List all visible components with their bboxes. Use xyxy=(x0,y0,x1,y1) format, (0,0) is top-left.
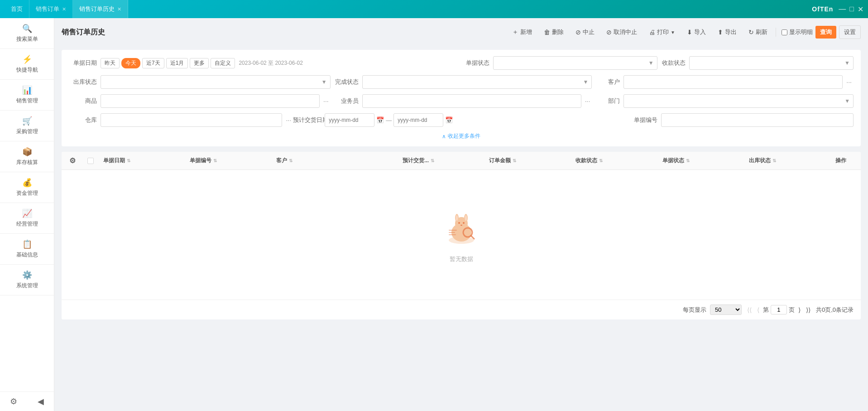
last7days-btn[interactable]: 近7天 xyxy=(142,58,164,68)
delivery-date-control: 📅 — 📅 xyxy=(325,113,629,127)
sidebar-item-operations[interactable]: 📈 经营管理 xyxy=(0,203,54,234)
display-cols-toggle[interactable]: 显示明细 xyxy=(782,28,813,36)
new-label: 新增 xyxy=(520,28,532,36)
department-select[interactable] xyxy=(623,94,854,108)
page-size-select[interactable]: 10 20 50 100 xyxy=(710,305,742,315)
filter-item-product: 商品 ··· xyxy=(69,94,331,108)
th-date[interactable]: 单据日期 ⇅ xyxy=(100,157,186,164)
warehouse-input[interactable] xyxy=(101,113,282,127)
today-btn[interactable]: 今天 xyxy=(121,58,140,68)
refresh-button[interactable]: ↻ 刷新 xyxy=(744,26,772,39)
delete-button[interactable]: 🗑 删除 xyxy=(539,26,568,39)
window-controls: — □ ✕ xyxy=(839,5,863,14)
warehouse-ellipsis-btn[interactable]: ··· xyxy=(284,115,293,126)
cancel-stop-button[interactable]: ⊘ 取消中止 xyxy=(602,26,642,39)
filter-row-2: 出库状态 ▼ 完成状态 ▼ xyxy=(69,75,854,89)
th-doc-status[interactable]: 单据状态 ⇅ xyxy=(659,157,745,164)
first-page-btn[interactable]: ⟨⟨ xyxy=(745,305,753,314)
th-customer[interactable]: 客户 ⇅ xyxy=(273,157,399,164)
th-number[interactable]: 单据编号 ⇅ xyxy=(186,157,273,164)
filter-item-doc-status: 单据状态 ▼ xyxy=(461,56,657,70)
top-bar: 首页 销售订单 ✕ 销售订单历史 ✕ OfTEn — □ ✕ xyxy=(0,0,868,18)
export-button[interactable]: ⬆ 导出 xyxy=(713,26,741,39)
th-settings[interactable]: ⚙ xyxy=(63,156,82,165)
filter-item-department: 部门 ▼ xyxy=(592,94,854,108)
delivery-date-end[interactable] xyxy=(393,113,443,127)
cancel-stop-icon: ⊘ xyxy=(606,29,612,36)
yesterday-btn[interactable]: 昨天 xyxy=(101,58,120,68)
minimize-icon[interactable]: — xyxy=(839,5,846,13)
toolbar-divider xyxy=(776,28,776,37)
product-control: ··· xyxy=(101,94,331,108)
doc-status-control: ▼ xyxy=(493,56,657,70)
out-status-control: ▼ xyxy=(101,75,331,89)
sidebar-item-basic-info[interactable]: 📋 基础信息 xyxy=(0,234,54,265)
svg-point-5 xyxy=(456,215,458,221)
delivery-date-end-cal-icon[interactable]: 📅 xyxy=(445,116,453,124)
sidebar-item-operations-label: 经营管理 xyxy=(16,220,38,228)
page-number-input[interactable] xyxy=(771,305,787,314)
display-cols-checkbox[interactable] xyxy=(782,29,787,35)
payment-status-select[interactable] xyxy=(689,56,854,70)
salesperson-ellipsis-btn[interactable]: ··· xyxy=(583,96,592,106)
delivery-date-start[interactable] xyxy=(325,113,374,127)
delivery-date-start-cal-icon[interactable]: 📅 xyxy=(376,116,384,124)
tab-sales-order-history-close[interactable]: ✕ xyxy=(117,6,121,12)
last-page-btn[interactable]: ⟩⟩ xyxy=(804,305,812,314)
department-control: ▼ xyxy=(623,94,854,108)
maximize-icon[interactable]: □ xyxy=(849,5,854,13)
tab-sales-order-close[interactable]: ✕ xyxy=(62,6,66,12)
custom-btn[interactable]: 自定义 xyxy=(211,58,235,68)
new-button[interactable]: ＋ 新增 xyxy=(508,26,537,39)
th-delivery[interactable]: 预计交货... ⇅ xyxy=(399,157,485,164)
table-settings-gear-icon[interactable]: ⚙ xyxy=(69,156,76,165)
out-status-select[interactable] xyxy=(101,75,331,89)
filter-row-3: 商品 ··· 业务员 ··· 部门 xyxy=(69,94,854,108)
more-btn[interactable]: 更多 xyxy=(190,58,209,68)
th-payment-status[interactable]: 收款状态 ⇅ xyxy=(572,157,658,164)
query-button[interactable]: 查询 xyxy=(815,26,836,39)
next-page-btn[interactable]: ⟩ xyxy=(796,305,802,314)
salesperson-input[interactable] xyxy=(362,94,581,108)
sidebar-item-sales-mgmt[interactable]: 📊 销售管理 xyxy=(0,80,54,111)
collapse-sidebar-icon[interactable]: ◀ xyxy=(38,396,44,406)
main-layout: 🔍 搜索菜单 ⚡ 快捷导航 📊 销售管理 🛒 采购管理 📦 库存核算 💰 资金管… xyxy=(0,18,868,411)
sidebar-item-sys-mgmt[interactable]: ⚙️ 系统管理 xyxy=(0,265,54,295)
tab-sales-order[interactable]: 销售订单 ✕ xyxy=(29,0,73,18)
th-out-status[interactable]: 出库状态 ⇅ xyxy=(745,157,832,164)
tab-home[interactable]: 首页 xyxy=(5,0,29,18)
stop-button[interactable]: ⊘ 中止 xyxy=(571,26,599,39)
tab-sales-order-history[interactable]: 销售订单历史 ✕ xyxy=(73,0,128,18)
customer-input[interactable] xyxy=(623,75,843,89)
close-icon[interactable]: ✕ xyxy=(858,5,863,14)
complete-status-select[interactable] xyxy=(362,75,592,89)
th-amount[interactable]: 订单金额 ⇅ xyxy=(485,157,572,164)
sidebar-item-finance-label: 资金管理 xyxy=(16,189,38,197)
sidebar-item-quick-nav[interactable]: ⚡ 快捷导航 xyxy=(0,49,54,80)
print-button[interactable]: 🖨 打印 ▼ xyxy=(644,26,680,39)
sidebar-item-finance[interactable]: 💰 资金管理 xyxy=(0,172,54,203)
prev-page-btn[interactable]: ⟨ xyxy=(755,305,761,314)
select-all-checkbox[interactable] xyxy=(87,158,94,164)
import-label: 导入 xyxy=(694,28,706,36)
complete-status-dropdown-icon: ▼ xyxy=(583,79,588,85)
print-label: 打印 xyxy=(657,28,669,36)
doc-number-input[interactable] xyxy=(661,113,854,127)
sidebar-item-purchase-mgmt[interactable]: 🛒 采购管理 xyxy=(0,111,54,141)
last1month-btn[interactable]: 近1月 xyxy=(166,58,188,68)
import-button[interactable]: ⬇ 导入 xyxy=(682,26,710,39)
settings-button[interactable]: 设置 xyxy=(839,25,861,39)
sidebar-item-search-menu[interactable]: 🔍 搜索菜单 xyxy=(0,18,54,49)
product-ellipsis-btn[interactable]: ··· xyxy=(321,96,331,106)
collapse-filter-btn[interactable]: ∧ 收起更多条件 xyxy=(69,132,854,140)
doc-status-select[interactable] xyxy=(493,56,657,70)
th-doc-status-sort-icon: ⇅ xyxy=(686,158,690,163)
stop-icon: ⊘ xyxy=(575,29,581,36)
customer-ellipsis-btn[interactable]: ··· xyxy=(844,77,854,87)
product-input[interactable] xyxy=(101,94,320,108)
query-label: 查询 xyxy=(820,28,832,36)
settings-bottom-icon[interactable]: ⚙ xyxy=(10,396,17,406)
th-checkbox[interactable] xyxy=(82,158,100,164)
sidebar-item-inventory[interactable]: 📦 库存核算 xyxy=(0,141,54,172)
svg-rect-13 xyxy=(449,232,455,233)
